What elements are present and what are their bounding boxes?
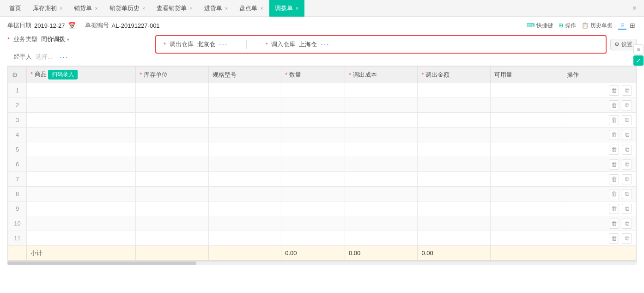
tab-inventory-close[interactable]: ×	[260, 6, 263, 11]
scroll-thumb[interactable]	[7, 262, 196, 265]
tab-transfer[interactable]: 调拨单 ×	[269, 0, 304, 17]
business-type-select[interactable]: 同价调拨 ▾	[41, 35, 115, 43]
row-3-spec[interactable]	[208, 113, 281, 128]
row-3-copy-btn[interactable]: ⧉	[622, 115, 632, 125]
row-4-product[interactable]	[27, 128, 136, 142]
row-11-amount[interactable]	[418, 231, 490, 246]
row-7-amount[interactable]	[418, 172, 490, 187]
table-gear-icon[interactable]: ⚙	[12, 71, 18, 79]
business-type-dropdown-arrow[interactable]: ▾	[67, 37, 69, 42]
row-6-delete-btn[interactable]: 🗑	[609, 159, 619, 170]
row-3-qty[interactable]	[281, 113, 345, 128]
row-1-available[interactable]	[490, 83, 563, 98]
row-7-delete-btn[interactable]: 🗑	[609, 174, 619, 184]
row-3-delete-btn[interactable]: 🗑	[609, 115, 619, 125]
in-warehouse-more-btn[interactable]: ···	[321, 40, 329, 49]
row-11-delete-btn[interactable]: 🗑	[609, 233, 619, 244]
row-5-qty[interactable]	[281, 142, 345, 157]
row-1-cost[interactable]	[345, 83, 418, 98]
row-5-product[interactable]	[27, 142, 136, 157]
row-7-spec[interactable]	[208, 172, 281, 187]
layout-list-icon[interactable]: ≡	[618, 21, 626, 30]
row-4-qty[interactable]	[281, 128, 345, 142]
row-8-qty[interactable]	[281, 187, 345, 201]
row-10-spec[interactable]	[208, 216, 281, 231]
row-10-available[interactable]	[490, 216, 563, 231]
row-11-unit[interactable]	[136, 231, 208, 246]
row-5-available[interactable]	[490, 142, 563, 157]
in-warehouse-value[interactable]: 上海仓	[299, 40, 317, 49]
tab-sales-history[interactable]: 销货单历史 ×	[104, 0, 151, 17]
row-10-unit[interactable]	[136, 216, 208, 231]
row-8-amount[interactable]	[418, 187, 490, 201]
bottom-scrollbar[interactable]	[7, 261, 637, 265]
row-3-unit[interactable]	[136, 113, 208, 128]
row-4-spec[interactable]	[208, 128, 281, 142]
row-5-copy-btn[interactable]: ⧉	[622, 145, 632, 155]
row-5-cost[interactable]	[345, 142, 418, 157]
row-10-product[interactable]	[27, 216, 136, 231]
row-5-spec[interactable]	[208, 142, 281, 157]
person-more-btn[interactable]: ···	[60, 53, 68, 61]
row-3-product[interactable]	[27, 113, 136, 128]
row-8-copy-btn[interactable]: ⧉	[622, 189, 632, 199]
tab-purchase[interactable]: 进货单 ×	[199, 0, 234, 17]
row-6-spec[interactable]	[208, 157, 281, 172]
row-3-available[interactable]	[490, 113, 563, 128]
row-2-copy-btn[interactable]: ⧉	[622, 100, 632, 110]
date-value[interactable]: 2019-12-27	[34, 22, 65, 29]
row-9-cost[interactable]	[345, 201, 418, 216]
row-9-copy-btn[interactable]: ⧉	[622, 204, 632, 214]
row-11-product[interactable]	[27, 231, 136, 246]
row-3-cost[interactable]	[345, 113, 418, 128]
row-2-product[interactable]	[27, 98, 136, 113]
row-6-cost[interactable]	[345, 157, 418, 172]
row-9-available[interactable]	[490, 201, 563, 216]
row-4-amount[interactable]	[418, 128, 490, 142]
out-warehouse-value[interactable]: 北京仓	[197, 40, 215, 49]
row-6-available[interactable]	[490, 157, 563, 172]
tab-bar-close-btn[interactable]: ×	[629, 4, 640, 12]
row-10-amount[interactable]	[418, 216, 490, 231]
row-8-available[interactable]	[490, 187, 563, 201]
row-11-qty[interactable]	[281, 231, 345, 246]
sidebar-expand-icon[interactable]: ⤢	[633, 55, 644, 66]
row-5-amount[interactable]	[418, 142, 490, 157]
row-5-delete-btn[interactable]: 🗑	[609, 145, 619, 155]
row-7-qty[interactable]	[281, 172, 345, 187]
row-2-unit[interactable]	[136, 98, 208, 113]
tab-sales-history-close[interactable]: ×	[142, 6, 145, 11]
tab-opening[interactable]: 库存期初 ×	[27, 0, 68, 17]
row-7-cost[interactable]	[345, 172, 418, 187]
row-6-amount[interactable]	[418, 157, 490, 172]
row-9-product[interactable]	[27, 201, 136, 216]
row-1-unit[interactable]	[136, 83, 208, 98]
row-8-spec[interactable]	[208, 187, 281, 201]
tab-sales-close[interactable]: ×	[95, 6, 97, 11]
row-1-product[interactable]	[27, 83, 136, 98]
row-2-delete-btn[interactable]: 🗑	[609, 100, 619, 110]
row-7-available[interactable]	[490, 172, 563, 187]
row-1-delete-btn[interactable]: 🗑	[609, 85, 619, 96]
row-11-copy-btn[interactable]: ⧉	[622, 233, 632, 244]
person-select[interactable]: 选择...	[36, 53, 53, 61]
tab-view-sales[interactable]: 查看销货单 ×	[151, 0, 198, 17]
sidebar-list-icon[interactable]: ≡	[633, 44, 644, 55]
row-8-delete-btn[interactable]: 🗑	[609, 189, 619, 199]
calendar-icon[interactable]: 📅	[68, 22, 76, 29]
row-2-available[interactable]	[490, 98, 563, 113]
row-1-amount[interactable]	[418, 83, 490, 98]
row-6-copy-btn[interactable]: ⧉	[622, 159, 632, 170]
tab-view-sales-close[interactable]: ×	[189, 6, 192, 11]
row-10-qty[interactable]	[281, 216, 345, 231]
operation-action[interactable]: ⊞ 操作	[559, 22, 576, 30]
row-3-amount[interactable]	[418, 113, 490, 128]
row-1-qty[interactable]	[281, 83, 345, 98]
tab-inventory[interactable]: 盘点单 ×	[234, 0, 269, 17]
row-10-delete-btn[interactable]: 🗑	[609, 219, 619, 229]
row-9-delete-btn[interactable]: 🗑	[609, 204, 619, 214]
row-9-spec[interactable]	[208, 201, 281, 216]
row-11-spec[interactable]	[208, 231, 281, 246]
row-9-amount[interactable]	[418, 201, 490, 216]
tab-home[interactable]: 首页	[4, 0, 27, 17]
